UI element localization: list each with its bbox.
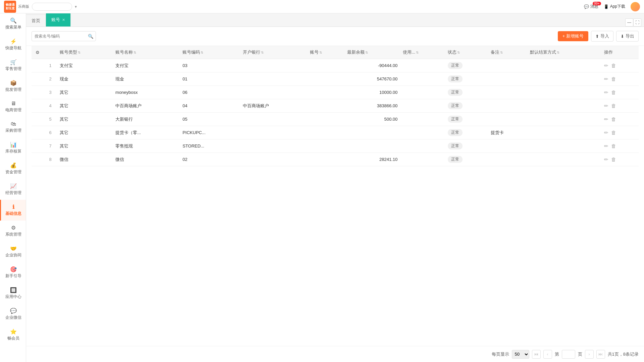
- row-delete-7[interactable]: 🗑: [611, 157, 616, 163]
- row-edit-1[interactable]: ✏: [604, 76, 608, 82]
- page-first-button[interactable]: ⏮: [532, 350, 541, 359]
- user-avatar[interactable]: [631, 2, 640, 11]
- table-row: 5 其它 大新银行 05 500.00 正常 ✏ 🗑: [32, 113, 639, 126]
- content-area: 首页 账号 ✕ — ⛶ 🔍: [26, 13, 644, 362]
- sidebar-item-label: 资金管理: [2, 169, 24, 175]
- sidebar-item-purchase-mgmt[interactable]: 🛍 采购管理: [0, 117, 26, 137]
- col-balance[interactable]: 最新余额⇅: [344, 46, 400, 59]
- sidebar-item-label: 企业微信: [2, 315, 24, 320]
- pagination: 每页显示 50 100 200 ⏮ ‹ 第 1 页 › ⏭ 共1页，8条记录: [26, 346, 644, 362]
- per-page-select[interactable]: 50 100 200: [512, 350, 529, 359]
- col-usage[interactable]: 使用...⇅: [400, 46, 445, 59]
- message-button[interactable]: 💬 消息 99+: [584, 4, 598, 9]
- tab-home[interactable]: 首页: [26, 14, 46, 26]
- row-edit-2[interactable]: ✏: [604, 89, 608, 96]
- row-delete-1[interactable]: 🗑: [611, 76, 616, 82]
- page-prev-button[interactable]: ‹: [543, 350, 552, 359]
- sidebar-item-inventory[interactable]: 📊 库存核算: [0, 137, 26, 158]
- sidebar-item-ecommerce-mgmt[interactable]: 🖥 电商管理: [0, 97, 26, 117]
- export-icon: ⬇: [621, 34, 624, 39]
- logo-text: 乐商版: [18, 4, 29, 9]
- row-edit-7[interactable]: ✏: [604, 157, 608, 163]
- corp-agreement-icon: 🤝: [2, 245, 24, 252]
- row-delete-0[interactable]: 🗑: [611, 63, 616, 69]
- import-button[interactable]: ⬆ 导入: [591, 31, 613, 42]
- sidebar-item-newbie-guide[interactable]: 🎯 新手引导: [0, 262, 26, 283]
- tab-maximize-button[interactable]: ⛶: [633, 18, 641, 26]
- toolbar-left: 🔍: [32, 31, 96, 41]
- sidebar-item-retail-mgmt[interactable]: 🛒 零售管理: [0, 55, 26, 76]
- row-name-3: 中百商场账户: [113, 99, 180, 113]
- row-code-6: STORED...: [180, 139, 240, 153]
- sidebar-item-basic-info[interactable]: ℹ 基础信息: [0, 200, 26, 221]
- row-edit-3[interactable]: ✏: [604, 103, 608, 109]
- page-number-input[interactable]: 1: [562, 350, 575, 359]
- row-edit-6[interactable]: ✏: [604, 143, 608, 149]
- add-account-button[interactable]: + 新增账号: [558, 31, 588, 41]
- row-status-3: 正常: [445, 99, 488, 113]
- tab-accounts[interactable]: 账号 ✕: [46, 13, 71, 26]
- row-account-1: [307, 72, 344, 86]
- search-box: 🔍: [32, 31, 96, 41]
- row-name-1: 现金: [113, 72, 180, 86]
- sidebar-item-finance-mgmt[interactable]: 💰 资金管理: [0, 158, 26, 179]
- top-search-input[interactable]: [32, 3, 72, 11]
- col-name-sort-icon: ⇅: [133, 51, 136, 54]
- sidebar-item-search-menu[interactable]: 🔍 搜索菜单: [0, 13, 26, 34]
- col-code[interactable]: 账号编码⇅: [180, 46, 240, 59]
- col-name[interactable]: 账号名称⇅: [113, 46, 180, 59]
- row-edit-5[interactable]: ✏: [604, 130, 608, 136]
- row-settings-7: [32, 153, 44, 166]
- search-button[interactable]: 🔍: [86, 31, 96, 41]
- row-balance-3: 383866.00: [344, 99, 400, 113]
- page-last-button[interactable]: ⏭: [596, 350, 605, 359]
- col-account[interactable]: 账号⇅: [307, 46, 344, 59]
- col-settlement[interactable]: 默认结算方式⇅: [527, 46, 601, 59]
- sidebar-item-sys-mgmt[interactable]: ⚙ 系统管理: [0, 221, 26, 241]
- row-usage-2: [400, 86, 445, 99]
- row-delete-3[interactable]: 🗑: [611, 103, 616, 109]
- row-delete-4[interactable]: 🗑: [611, 116, 616, 122]
- row-remark-1: [488, 72, 527, 86]
- row-code-1: 01: [180, 72, 240, 86]
- col-status[interactable]: 状态⇅: [445, 46, 488, 59]
- row-edit-0[interactable]: ✏: [604, 63, 608, 69]
- row-account-4: [307, 113, 344, 126]
- row-name-7: 微信: [113, 153, 180, 166]
- sidebar-item-app-center[interactable]: 🔲 应用中心: [0, 283, 26, 304]
- row-account-5: [307, 126, 344, 139]
- row-delete-2[interactable]: 🗑: [611, 89, 616, 96]
- col-remark[interactable]: 备注⇅: [488, 46, 527, 59]
- row-account-2: [307, 86, 344, 99]
- row-settings-1: [32, 72, 44, 86]
- sidebar-item-wholesale-mgmt[interactable]: 📦 批发管理: [0, 76, 26, 97]
- row-action-0: ✏ 🗑: [601, 59, 639, 72]
- row-edit-4[interactable]: ✏: [604, 116, 608, 122]
- sidebar-item-quick-nav[interactable]: ⚡ 快捷导航: [0, 34, 26, 55]
- search-icon: 🔍: [88, 34, 94, 39]
- app-label: App下载: [610, 4, 625, 9]
- search-input[interactable]: [32, 34, 86, 39]
- app-download-button[interactable]: 📱 App下载: [604, 4, 625, 9]
- row-delete-5[interactable]: 🗑: [611, 130, 616, 136]
- topbar: 畅捷通财生意 乐商版 ▾ 💬 消息 99+ 📱 App下载: [0, 0, 644, 13]
- sidebar-item-corp-wechat[interactable]: 💬 企业微信: [0, 304, 26, 324]
- row-type-7: 微信: [57, 153, 113, 166]
- export-button[interactable]: ⬇ 导出: [616, 31, 639, 42]
- col-bank[interactable]: 开户银行⇅: [240, 46, 307, 59]
- sidebar-item-vip[interactable]: ⭐ 畅会员: [0, 324, 26, 345]
- col-settings[interactable]: ⚙: [32, 46, 44, 59]
- table-body: 1 支付宝 支付宝 03 -90444.00 正常 ✏ 🗑 2 现金 现金 01…: [32, 59, 639, 166]
- row-settings-0: [32, 59, 44, 72]
- sidebar-item-label: 系统管理: [2, 232, 24, 237]
- tab-accounts-close[interactable]: ✕: [62, 18, 65, 22]
- page-next-button[interactable]: ›: [585, 350, 594, 359]
- top-search-dropdown-icon[interactable]: ▾: [75, 4, 77, 9]
- tab-minimize-button[interactable]: —: [625, 18, 633, 26]
- sidebar-item-corp-agreement[interactable]: 🤝 企业协同: [0, 241, 26, 262]
- per-page-label: 每页显示: [492, 351, 509, 357]
- row-delete-6[interactable]: 🗑: [611, 143, 616, 149]
- accounts-table: ⚙ 账号类型⇅ 账号名称⇅ 账号编码⇅ 开户银行⇅ 账号⇅ 最新余额⇅ 使用..…: [32, 46, 639, 166]
- sidebar-item-ops-mgmt[interactable]: 📈 经营管理: [0, 179, 26, 200]
- col-type[interactable]: 账号类型⇅: [57, 46, 113, 59]
